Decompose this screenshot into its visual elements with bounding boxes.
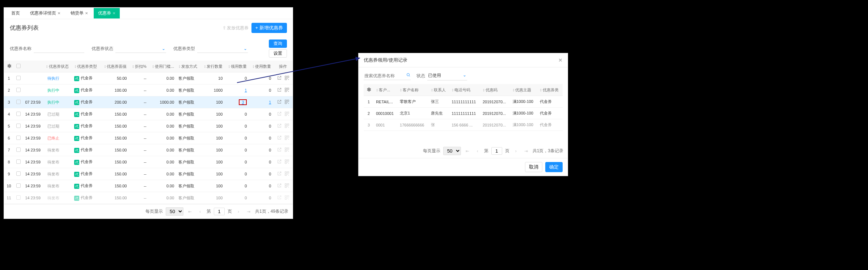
gear-icon[interactable]: [366, 87, 371, 92]
sort-icon[interactable]: ▲▼: [152, 65, 154, 68]
select-all-checkbox[interactable]: [16, 64, 21, 68]
table-row[interactable]: 1 待执行 代代金券 50.00 -- 0.00 客户领取 10 0 0: [4, 72, 293, 84]
row-checkbox[interactable]: [16, 195, 21, 200]
add-coupon-button[interactable]: + 新增优惠券: [251, 23, 287, 33]
svg-rect-32: [285, 150, 286, 151]
tab-优惠券详情页[interactable]: 优惠券详情页✕: [26, 8, 65, 18]
cancel-button[interactable]: 取消: [525, 162, 542, 172]
claim-count-link[interactable]: 3: [242, 100, 244, 104]
last-page-button[interactable]: ⇥: [245, 208, 252, 215]
sort-icon[interactable]: ▲▼: [204, 65, 206, 68]
share-icon: [277, 123, 282, 128]
sort-icon[interactable]: ▲▼: [132, 65, 134, 68]
tab-bar: 首页优惠券详情页✕销货单✕优惠券✕: [4, 8, 293, 19]
row-checkbox[interactable]: [16, 124, 21, 128]
status-badge: 待发布: [46, 183, 61, 188]
use-count-link[interactable]: 1: [269, 100, 271, 104]
table-row[interactable]: 2 执行中 代代金券 100.00 -- 0.00 客户领取 1000 1 0: [4, 84, 293, 96]
table-row[interactable]: 6 14 23:59 已终止 代代金券 150.00 -- 0.00 客户领取 …: [4, 132, 293, 144]
qrcode-icon[interactable]: [284, 75, 289, 80]
coupon-type-select[interactable]: ⌄: [197, 45, 248, 53]
close-icon[interactable]: ✕: [113, 11, 115, 15]
distribute-coupon-button: ⇪ 发放优惠券: [223, 25, 249, 31]
chevron-down-icon: ⌄: [244, 46, 247, 51]
svg-rect-33: [287, 150, 288, 151]
next-page-button[interactable]: ›: [512, 148, 520, 155]
claim-count-link[interactable]: 1: [245, 88, 247, 92]
svg-rect-13: [287, 102, 288, 103]
row-checkbox[interactable]: [16, 171, 21, 176]
search-button[interactable]: 查询: [269, 40, 287, 48]
first-page-button[interactable]: ⇤: [186, 208, 194, 215]
confirm-button[interactable]: 确定: [545, 162, 563, 172]
coupon-table-wrap: ▲▼优惠券状态 ▲▼优惠券类型 ▲▼优惠券面值 ▲▼折扣% ▲▼使用门槛... …: [4, 61, 293, 204]
table-row[interactable]: 3 07 23:59 执行中 代代金券 200.00 -- 1000.00 客户…: [4, 96, 293, 108]
row-checkbox[interactable]: [16, 159, 21, 164]
qrcode-icon[interactable]: [284, 99, 289, 104]
sort-icon[interactable]: ▲▼: [46, 65, 48, 68]
prev-page-button[interactable]: ‹: [196, 208, 204, 215]
chevron-down-icon: ⌄: [162, 46, 165, 51]
table-row[interactable]: 5 14 23:59 已过期 代代金券 150.00 -- 0.00 客户领取 …: [4, 120, 293, 132]
status-badge: 待发布: [46, 171, 61, 176]
svg-rect-6: [287, 88, 289, 90]
share-icon[interactable]: [277, 75, 282, 80]
modal-search-input[interactable]: [364, 72, 406, 80]
close-icon[interactable]: ✕: [558, 57, 563, 63]
table-row[interactable]: 9 14 23:59 待发布 代代金券 150.00 -- 0.00 客户领取 …: [4, 168, 293, 180]
qrcode-icon[interactable]: [284, 87, 289, 92]
table-row[interactable]: 4 14 23:59 已过期 代代金券 150.00 -- 0.00 客户领取 …: [4, 108, 293, 120]
usage-record-table: ▲▼客户... ▲▼客户名称 ▲▼联系人 ▲▼电话号码 ▲▼优惠码 ▲▼优惠主题…: [364, 84, 563, 131]
modal-page-size-select[interactable]: 50: [443, 147, 461, 155]
gear-icon[interactable]: [7, 63, 12, 68]
page-size-select[interactable]: 50: [166, 207, 183, 216]
settings-button[interactable]: 设置: [269, 49, 287, 58]
last-page-button[interactable]: ⇥: [522, 148, 530, 155]
svg-rect-45: [285, 184, 286, 185]
share-icon[interactable]: [277, 99, 282, 104]
coupon-status-select[interactable]: ⌄: [115, 45, 166, 53]
row-checkbox[interactable]: [16, 183, 21, 188]
modal-status-select[interactable]: 已使用 ⌄: [427, 71, 467, 80]
status-badge: 待发布: [46, 159, 61, 165]
table-row[interactable]: 7 14 23:59 待发布 代代金券 150.00 -- 0.00 客户领取 …: [4, 144, 293, 156]
table-row[interactable]: 11 14 23:59 待发布 代代金券 150.00 -- 0.00 客户领取…: [4, 192, 293, 204]
coupon-name-input[interactable]: [34, 44, 84, 53]
first-page-button[interactable]: ⇤: [464, 148, 471, 155]
svg-rect-35: [285, 160, 286, 161]
table-row[interactable]: 3 0001 17666666666 张 156 6666 ... 201912…: [364, 119, 563, 131]
close-icon[interactable]: ✕: [85, 11, 88, 15]
table-row[interactable]: 10 14 23:59 待发布 代代金券 150.00 -- 0.00 客户领取…: [4, 180, 293, 192]
tab-首页[interactable]: 首页: [7, 8, 24, 18]
table-row[interactable]: 8 14 23:59 待发布 代代金券 150.00 -- 0.00 客户领取 …: [4, 156, 293, 168]
sort-icon[interactable]: ▲▼: [74, 65, 76, 68]
row-checkbox[interactable]: [16, 136, 21, 140]
filter-name-label: 优惠券名称: [10, 46, 31, 52]
tab-销货单[interactable]: 销货单✕: [66, 8, 92, 18]
qrcode-icon: [284, 123, 289, 128]
row-checkbox[interactable]: [16, 148, 21, 152]
row-checkbox[interactable]: [16, 112, 21, 116]
svg-rect-21: [287, 124, 289, 125]
close-icon[interactable]: ✕: [58, 11, 60, 15]
tab-优惠券[interactable]: 优惠券✕: [94, 8, 120, 18]
table-row[interactable]: 2 00010001 北京1 唐先生 11111111111 201912070…: [364, 108, 563, 119]
sort-icon[interactable]: ▲▼: [104, 65, 106, 68]
voucher-type-icon: 代: [74, 148, 79, 153]
search-icon[interactable]: [406, 73, 411, 78]
row-checkbox[interactable]: [16, 88, 21, 92]
sort-icon[interactable]: ▲▼: [178, 65, 181, 68]
next-page-button[interactable]: ›: [235, 208, 242, 215]
page-input[interactable]: [214, 208, 225, 215]
svg-rect-49: [288, 187, 289, 188]
voucher-type-icon: 代: [74, 136, 79, 141]
sort-icon[interactable]: ▲▼: [228, 65, 230, 68]
row-checkbox[interactable]: [16, 100, 21, 104]
share-icon: [277, 159, 282, 164]
sort-icon[interactable]: ▲▼: [252, 65, 254, 68]
table-row[interactable]: 1 RETAIL... 零散客户 张三 11111111111 20191207…: [364, 96, 563, 108]
modal-page-input[interactable]: [491, 147, 502, 155]
row-checkbox[interactable]: [16, 76, 21, 80]
share-icon[interactable]: [277, 87, 282, 92]
prev-page-button[interactable]: ‹: [474, 148, 481, 155]
